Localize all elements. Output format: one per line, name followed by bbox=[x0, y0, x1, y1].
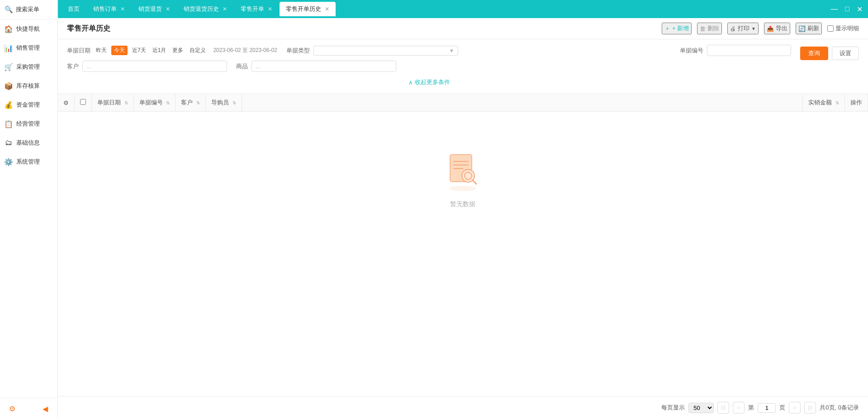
add-icon: ＋ bbox=[664, 24, 670, 33]
tab-retail-open-history-close[interactable]: ✕ bbox=[325, 6, 329, 12]
sidebar-item-system[interactable]: ⚙️ 系统管理 bbox=[0, 152, 57, 171]
sidebar-item-label: 库存核算 bbox=[16, 82, 40, 90]
sidebar-search-label: 搜索采单 bbox=[16, 5, 39, 14]
th-customer[interactable]: 客户 ⇅ bbox=[175, 94, 206, 112]
minimize-icon[interactable]: — bbox=[829, 3, 840, 15]
sidebar-item-basic-info[interactable]: 🗂 基础信息 bbox=[0, 133, 57, 152]
doc-no-input[interactable] bbox=[707, 45, 791, 56]
customer-filter-label: 客户 bbox=[67, 62, 79, 71]
select-all-checkbox[interactable] bbox=[80, 99, 86, 105]
tab-sales-order-close[interactable]: ✕ bbox=[120, 6, 125, 12]
query-button[interactable]: 查询 bbox=[800, 47, 828, 60]
sidebar-bottom: ⚙ ◀ bbox=[0, 398, 57, 419]
next-page-btn[interactable]: ＞ bbox=[789, 402, 801, 414]
cart-icon: 🛒 bbox=[5, 63, 13, 71]
collapse-filter-btn[interactable]: ∧ 收起更多条件 bbox=[408, 76, 450, 88]
maximize-icon[interactable]: □ bbox=[843, 3, 851, 15]
print-icon: 🖨 bbox=[730, 25, 736, 32]
export-button[interactable]: 📤 导出 bbox=[764, 23, 790, 34]
sidebar-item-operations[interactable]: 📋 经营管理 bbox=[0, 114, 57, 133]
add-button[interactable]: ＋ + 新增 bbox=[662, 23, 692, 34]
prev-page-btn[interactable]: ＜ bbox=[733, 402, 745, 414]
search-icon: 🔍 bbox=[5, 5, 13, 14]
product-input[interactable]: ... bbox=[251, 61, 396, 72]
sidebar-item-purchase-mgmt[interactable]: 🛒 采购管理 bbox=[0, 57, 57, 76]
th-checkbox[interactable] bbox=[75, 94, 92, 112]
th-salesperson[interactable]: 导购员 ⇅ bbox=[205, 94, 242, 112]
pagination: 每页显示 50 10 20 100 ⟨⟨ ＜ 第 页 ＞ ⟩⟩ 共0页, 0条记… bbox=[58, 396, 868, 419]
tab-sales-return-history-label: 销货退货历史 bbox=[184, 5, 219, 13]
sidebar-item-finance[interactable]: 💰 资金管理 bbox=[0, 95, 57, 114]
first-page-btn[interactable]: ⟨⟨ bbox=[717, 402, 729, 414]
tab-sales-order-label: 销售订单 bbox=[93, 5, 117, 13]
main-content: 首页 销售订单 ✕ 销货退货 ✕ 销货退货历史 ✕ 零售开单 ✕ 零售开单历史 … bbox=[58, 0, 868, 419]
sidebar-item-label: 经营管理 bbox=[16, 120, 40, 128]
filter-doc-type: 单据类型 ▼ bbox=[286, 46, 671, 56]
date-7days-btn[interactable]: 近7天 bbox=[130, 46, 148, 55]
doc-type-label: 单据类型 bbox=[286, 47, 310, 55]
collapse-up-icon: ∧ bbox=[408, 79, 413, 86]
content-area: 零售开单历史 ＋ + 新增 🗑 删除 🖨 打印 ▼ 📤 导出 bbox=[58, 18, 868, 419]
table-container: ⚙ 单据日期 ⇅ 单据编号 ⇅ 客户 bbox=[58, 94, 868, 396]
date-filter-group: 昨天 今天 近7天 近1月 更多 自定义 bbox=[94, 46, 208, 55]
toolbar: 零售开单历史 ＋ + 新增 🗑 删除 🖨 打印 ▼ 📤 导出 bbox=[58, 18, 868, 39]
tab-sales-return-history[interactable]: 销货退货历史 ✕ bbox=[177, 2, 233, 16]
page-word: 第 bbox=[748, 404, 754, 412]
tab-retail-open-close[interactable]: ✕ bbox=[268, 6, 272, 12]
per-page-select[interactable]: 50 10 20 100 bbox=[688, 403, 714, 413]
doc-type-select[interactable]: ▼ bbox=[313, 46, 458, 56]
refresh-button[interactable]: 🔄 刷新 bbox=[796, 23, 822, 34]
last-page-btn[interactable]: ⟩⟩ bbox=[804, 402, 816, 414]
print-button[interactable]: 🖨 打印 ▼ bbox=[727, 23, 759, 34]
show-detail-checkbox[interactable] bbox=[827, 25, 834, 32]
collapse-sidebar-icon[interactable]: ◀ bbox=[40, 404, 50, 414]
date-range-display: 2023-06-02 至 2023-06-02 bbox=[213, 47, 277, 54]
money-icon: 💰 bbox=[5, 101, 13, 109]
th-doc-date[interactable]: 单据日期 ⇅ bbox=[92, 94, 134, 112]
sidebar-item-sales-mgmt[interactable]: 📊 销售管理 bbox=[0, 38, 57, 57]
filter-row-2: 客户 ... 商品 ... bbox=[67, 61, 791, 72]
filter-action-buttons: 查询 设置 bbox=[800, 45, 859, 60]
sidebar-item-inventory[interactable]: 📦 库存核算 bbox=[0, 76, 57, 95]
product-dots: ... bbox=[256, 63, 261, 70]
tab-sales-return[interactable]: 销货退货 ✕ bbox=[132, 2, 176, 16]
tab-sales-return-close[interactable]: ✕ bbox=[166, 6, 170, 12]
th-actual-amount[interactable]: 实销金额 ⇅ bbox=[803, 94, 845, 112]
tab-sales-return-label: 销货退货 bbox=[138, 5, 162, 13]
tab-bar-right: — □ ✕ bbox=[829, 3, 864, 15]
tab-retail-open-history-label: 零售开单历史 bbox=[286, 5, 321, 13]
date-more-btn[interactable]: 更多 bbox=[171, 46, 185, 55]
th-doc-no[interactable]: 单据编号 ⇅ bbox=[133, 94, 175, 112]
close-window-icon[interactable]: ✕ bbox=[855, 3, 864, 15]
page-number-input[interactable] bbox=[758, 403, 776, 413]
date-custom-btn[interactable]: 自定义 bbox=[188, 46, 208, 55]
setting-button[interactable]: 设置 bbox=[832, 47, 859, 60]
filter-doc-no: 单据编号 bbox=[680, 45, 791, 56]
sidebar-item-label: 基础信息 bbox=[16, 139, 40, 147]
sidebar-item-quick-nav[interactable]: 🏠 快捷导航 bbox=[0, 19, 57, 38]
data-table: ⚙ 单据日期 ⇅ 单据编号 ⇅ 客户 bbox=[58, 94, 868, 245]
tab-sales-order[interactable]: 销售订单 ✕ bbox=[87, 2, 131, 16]
chart-icon: 📊 bbox=[5, 44, 13, 52]
date-yesterday-btn[interactable]: 昨天 bbox=[94, 46, 109, 55]
sort-doc-date-icon: ⇅ bbox=[124, 100, 128, 105]
sidebar-item-label: 资金管理 bbox=[16, 101, 40, 109]
th-action: 操作 bbox=[845, 94, 868, 112]
tab-retail-open[interactable]: 零售开单 ✕ bbox=[234, 2, 279, 16]
sidebar-search[interactable]: 🔍 搜索采单 bbox=[0, 0, 57, 19]
customer-input[interactable]: ... bbox=[82, 61, 227, 72]
th-settings[interactable]: ⚙ bbox=[58, 94, 75, 112]
tab-home[interactable]: 首页 bbox=[62, 2, 86, 16]
gear-icon: ⚙️ bbox=[5, 158, 13, 166]
svg-point-0 bbox=[449, 186, 476, 191]
table-body: 暂无数据 bbox=[58, 112, 868, 245]
delete-button[interactable]: 🗑 删除 bbox=[697, 23, 722, 34]
date-1month-btn[interactable]: 近1月 bbox=[151, 46, 168, 55]
print-chevron-icon: ▼ bbox=[751, 26, 756, 31]
tab-retail-open-history[interactable]: 零售开单历史 ✕ bbox=[280, 2, 336, 16]
settings-bottom-icon[interactable]: ⚙ bbox=[7, 404, 17, 414]
date-today-btn[interactable]: 今天 bbox=[111, 46, 128, 55]
tab-sales-return-history-close[interactable]: ✕ bbox=[223, 6, 227, 12]
show-detail-label[interactable]: 显示明细 bbox=[827, 24, 859, 33]
customer-dots: ... bbox=[86, 63, 91, 70]
